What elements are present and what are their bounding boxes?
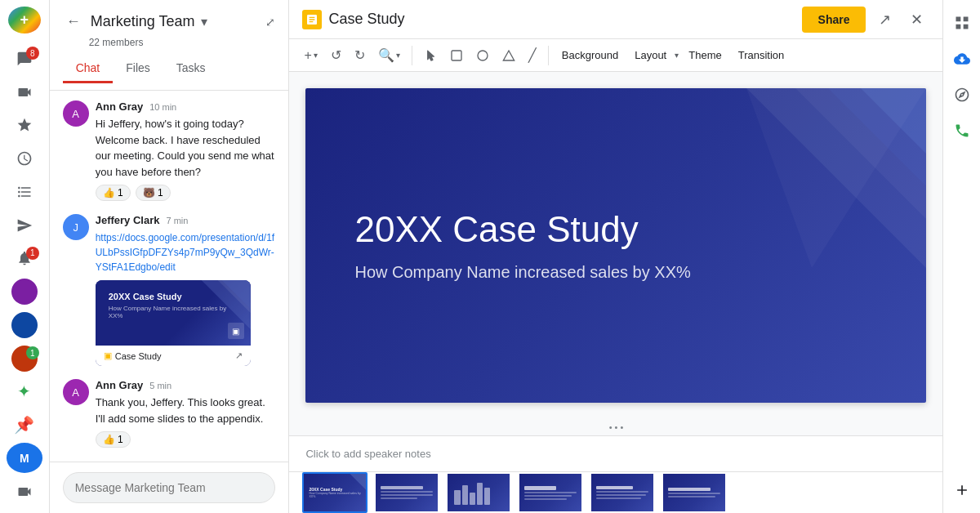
- layout-dropdown[interactable]: Layout ▾: [628, 46, 679, 65]
- plugin-sidebar-1[interactable]: ✦: [7, 377, 42, 407]
- slide-canvas[interactable]: 20XX Case Study How Company Name increas…: [305, 88, 926, 403]
- toolbar: +▾ ↺ ↻ 🔍▾ ╱ Background Layout ▾ Theme Tr…: [289, 39, 942, 72]
- avatar: J: [63, 214, 89, 240]
- message-content: Ann Gray 10 min Hi Jeffery, how's it goi…: [96, 100, 276, 201]
- starred-sidebar-icon[interactable]: [7, 110, 42, 141]
- main-presentation-area: Case Study Share ↗ ✕ +▾ ↺ ↻ 🔍▾ ╱ Backgro…: [289, 0, 942, 513]
- chat-sidebar-icon[interactable]: 8: [7, 43, 42, 74]
- message-sender: Ann Gray: [96, 100, 144, 113]
- message-sender: Jeffery Clark: [96, 214, 160, 226]
- video-call-sidebar-icon[interactable]: [7, 476, 42, 506]
- plugin-sidebar-m[interactable]: M: [7, 443, 42, 473]
- frame-tool[interactable]: [445, 46, 468, 65]
- notification-badge: 1: [26, 247, 39, 260]
- right-sidebar-star-icon[interactable]: [946, 42, 978, 75]
- right-sidebar-grid-icon[interactable]: [946, 7, 978, 39]
- send-sidebar-icon[interactable]: [7, 210, 42, 240]
- close-presentation-icon[interactable]: ✕: [904, 7, 929, 32]
- avatar-sidebar-3[interactable]: 1: [7, 343, 42, 373]
- message-link[interactable]: https://docs.google.com/presentation/d/1…: [96, 232, 274, 273]
- circle-tool[interactable]: [471, 46, 494, 65]
- strip-slide-inner-5: [591, 474, 653, 511]
- right-sidebar: [942, 0, 980, 513]
- svg-rect-0: [452, 51, 461, 60]
- expand-icon[interactable]: ⤢: [265, 16, 275, 29]
- slides-strip: 20XX Case Study How Company Name increas…: [289, 471, 942, 513]
- preview-footer: ▣ Case Study ↗: [96, 346, 251, 366]
- layout-button[interactable]: Layout: [628, 46, 673, 65]
- toolbar-separator-2: [548, 46, 549, 65]
- strip-slide-content-3: [452, 477, 505, 508]
- message-reactions: 👍 1 🐻 1: [96, 185, 276, 201]
- strip-slide-1[interactable]: 20XX Case Study How Company Name increas…: [302, 472, 368, 513]
- transition-button[interactable]: Transition: [732, 46, 791, 65]
- add-button[interactable]: +▾: [299, 45, 322, 66]
- external-link-icon[interactable]: ↗: [235, 350, 243, 361]
- right-sidebar-phone-icon[interactable]: [946, 114, 978, 147]
- speaker-notes-placeholder: Click to add speaker notes: [305, 448, 430, 460]
- reaction-thumbsup[interactable]: 👍 1: [96, 185, 131, 201]
- speaker-notes[interactable]: Click to add speaker notes: [289, 435, 942, 471]
- theme-button[interactable]: Theme: [682, 46, 728, 65]
- strip-slide-inner-2: [376, 474, 438, 511]
- zoom-button[interactable]: 🔍▾: [373, 44, 405, 66]
- strip-slide-6[interactable]: [662, 472, 727, 513]
- share-button[interactable]: Share: [802, 7, 866, 33]
- chat-tabs: Chat Files Tasks: [63, 55, 276, 83]
- google-plus-icon[interactable]: +: [8, 7, 41, 33]
- avatar-sidebar-2[interactable]: [7, 310, 42, 340]
- presentation-app-icon: [302, 10, 322, 29]
- shape-tool[interactable]: [497, 46, 520, 65]
- presentation-preview: 20XX Case Study How Company Name increas…: [96, 280, 251, 366]
- dropdown-icon[interactable]: ▾: [201, 14, 207, 29]
- strip-slide-content-4: [524, 477, 577, 508]
- plugin-sidebar-2[interactable]: 📌: [7, 410, 42, 440]
- team-name: Marketing Team: [91, 13, 195, 30]
- open-in-new-icon[interactable]: ↗: [872, 7, 898, 32]
- members-count: 22 members: [89, 37, 276, 48]
- redo-button[interactable]: ↻: [350, 44, 370, 66]
- tab-files[interactable]: Files: [113, 55, 163, 83]
- strip-slide-content-5: [596, 477, 648, 508]
- preview-name-text: Case Study: [115, 351, 162, 361]
- strip-slide-subtitle: How Company Name increased sales by XX%: [309, 492, 361, 498]
- reaction-bear[interactable]: 🐻 1: [136, 185, 171, 201]
- notification-sidebar-icon[interactable]: 1: [7, 243, 42, 274]
- strip-slide-inner: 20XX Case Study How Company Name increas…: [304, 474, 366, 511]
- strip-slide-4[interactable]: [518, 472, 583, 513]
- tab-tasks[interactable]: Tasks: [163, 55, 219, 83]
- presentation-title: Case Study: [328, 11, 795, 28]
- message-header: Ann Gray 5 min: [96, 379, 276, 391]
- clock-sidebar-icon[interactable]: [7, 144, 42, 174]
- back-button[interactable]: ←: [63, 10, 84, 33]
- message-time: 10 min: [149, 102, 176, 112]
- right-sidebar-compass-icon[interactable]: [946, 78, 978, 111]
- resize-handle: • • •: [289, 419, 942, 435]
- strip-slide-5[interactable]: [590, 472, 655, 513]
- toolbar-separator: [412, 46, 412, 65]
- message-time: 5 min: [149, 381, 172, 390]
- message-text: Thank you, Jeffery. This looks great. I'…: [96, 395, 276, 426]
- preview-footer-name: ▣ Case Study: [104, 350, 162, 361]
- background-button[interactable]: Background: [555, 46, 625, 65]
- slide-subtitle: How Company Name increased sales by XX%: [354, 263, 877, 282]
- right-sidebar-add-icon[interactable]: [946, 474, 978, 506]
- tab-chat[interactable]: Chat: [63, 55, 114, 83]
- select-tool[interactable]: [419, 46, 442, 65]
- undo-button[interactable]: ↺: [326, 44, 346, 66]
- tasks-sidebar-icon[interactable]: [7, 176, 42, 207]
- avatar: A: [63, 100, 89, 127]
- layout-chevron: ▾: [675, 51, 679, 60]
- message-item: A Ann Gray 5 min Thank you, Jeffery. Thi…: [63, 379, 276, 448]
- presentation-header: Case Study Share ↗ ✕: [289, 0, 942, 39]
- chat-input[interactable]: [63, 472, 276, 503]
- message-item: J Jeffery Clark 7 min https://docs.googl…: [63, 214, 276, 366]
- reaction-thumbsup-2[interactable]: 👍 1: [96, 431, 131, 448]
- strip-slide-3[interactable]: [446, 472, 511, 513]
- line-tool[interactable]: ╱: [523, 44, 541, 66]
- strip-slide-2[interactable]: [374, 472, 439, 513]
- meet-sidebar-icon[interactable]: [7, 77, 42, 107]
- strip-slide-content-6: [668, 477, 720, 508]
- strip-slide-inner-3: [448, 474, 510, 511]
- avatar-sidebar-1[interactable]: [7, 277, 42, 307]
